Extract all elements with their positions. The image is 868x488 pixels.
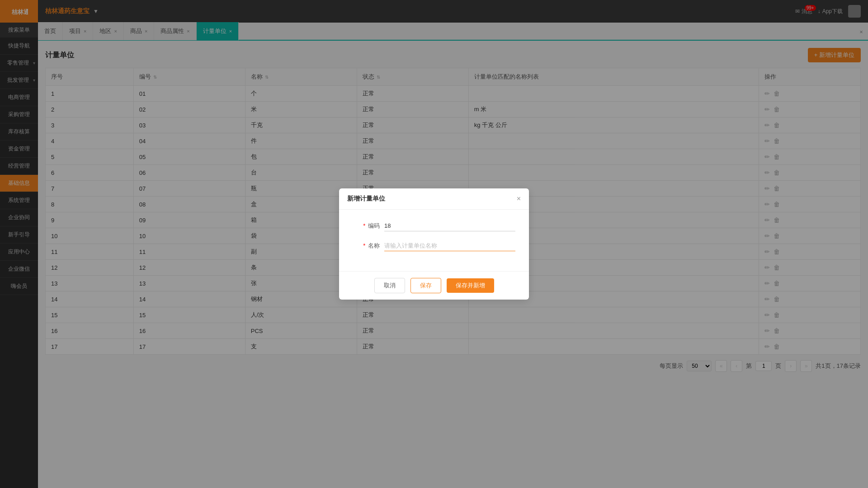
code-input[interactable]: [384, 221, 515, 231]
form-label-code: * 编码: [353, 222, 380, 230]
dialog-title: 新增计量单位: [347, 195, 385, 203]
form-label-name: * 名称: [353, 242, 380, 250]
add-measure-unit-dialog: 新增计量单位 × * 编码 * 名称 取消 保存 保存并新增: [339, 188, 529, 300]
name-input[interactable]: [384, 240, 515, 251]
cancel-button[interactable]: 取消: [374, 278, 405, 293]
save-button[interactable]: 保存: [410, 278, 441, 293]
save-and-new-button[interactable]: 保存并新增: [447, 278, 494, 293]
form-row-code: * 编码: [353, 221, 515, 231]
required-mark-2: *: [363, 242, 365, 249]
required-mark: *: [363, 222, 365, 229]
form-row-name: * 名称: [353, 240, 515, 251]
dialog-close-button[interactable]: ×: [517, 195, 521, 203]
dialog-body: * 编码 * 名称: [339, 210, 529, 271]
dialog-header: 新增计量单位 ×: [339, 188, 529, 210]
dialog-footer: 取消 保存 保存并新增: [339, 271, 529, 300]
dialog-overlay[interactable]: 新增计量单位 × * 编码 * 名称 取消 保存 保存并新增: [0, 0, 868, 488]
